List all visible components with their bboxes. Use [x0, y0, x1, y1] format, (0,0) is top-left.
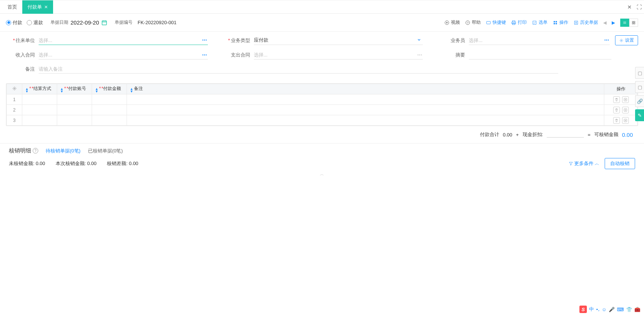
svg-rect-4	[487, 21, 491, 24]
view-grid-icon[interactable]	[629, 19, 638, 27]
shortcut-button[interactable]: 快捷键	[486, 19, 506, 26]
collapse-icon[interactable]: ︿	[9, 171, 635, 177]
cell-settle[interactable]	[22, 94, 57, 105]
history-button[interactable]: 历史单据	[573, 19, 598, 26]
col-settle[interactable]: ▲▼*结算方式	[22, 84, 57, 94]
print-button[interactable]: 打印	[511, 19, 527, 26]
row-number: 1	[7, 94, 22, 105]
help-button[interactable]: ?帮助	[465, 19, 481, 26]
header-bar: 付款 退款 单据日期 2022-09-20 单据编号 FK-20220920-0…	[0, 14, 644, 32]
delete-icon[interactable]	[613, 107, 620, 113]
party-input[interactable]	[39, 38, 208, 43]
cell-account[interactable]	[57, 105, 92, 115]
ime-skin-icon[interactable]: 👕	[626, 307, 632, 312]
income-contract-input[interactable]	[39, 52, 208, 58]
date-value[interactable]: 2022-09-20	[71, 19, 99, 26]
row-number: 3	[7, 115, 22, 126]
summary-input[interactable]	[469, 52, 611, 58]
plus-sign: +	[516, 132, 519, 138]
tab-payment[interactable]: 付款单 ✕	[22, 0, 53, 14]
settings-button[interactable]: 设置	[615, 35, 638, 45]
cell-amount[interactable]	[92, 115, 127, 126]
next-icon[interactable]: ▶	[612, 20, 615, 25]
ime-logo[interactable]: S	[579, 306, 587, 313]
svg-point-19	[14, 88, 15, 89]
expense-contract-label: 支出合同	[221, 52, 250, 58]
ime-mic-icon[interactable]: 🎤	[609, 307, 615, 312]
cell-account[interactable]	[57, 115, 92, 126]
doc-no-value: FK-20220920-001	[138, 20, 177, 25]
svg-rect-11	[554, 23, 555, 24]
pay-refund-radio-group: 付款 退款	[6, 19, 43, 26]
rail-btn-active[interactable]: ✎	[635, 109, 644, 121]
view-list-icon[interactable]	[620, 19, 629, 27]
doc-no-label: 单据编号	[115, 19, 133, 26]
rail-btn-2[interactable]: ▢	[635, 81, 644, 93]
summary-row: 付款合计 0.00 + 现金折扣: = 可核销金额 0.00	[0, 126, 644, 143]
tab-pending[interactable]: 待核销单据(0笔)	[46, 148, 81, 154]
ops-button[interactable]: 操作	[553, 19, 568, 26]
calendar-icon[interactable]	[101, 20, 107, 26]
salesman-input[interactable]	[469, 38, 610, 43]
video-button[interactable]: 视频	[444, 19, 460, 26]
cell-remark[interactable]	[127, 105, 604, 115]
help-icon[interactable]: ?	[33, 148, 38, 154]
payment-table: ▲▼*结算方式 ▲▼*付款账号 ▲▼*付款金额 ▲▼备注 操作 123	[6, 83, 638, 126]
rail-attachment-icon[interactable]: 🔗	[635, 95, 644, 107]
delete-icon[interactable]	[613, 117, 620, 124]
add-row-icon[interactable]	[622, 107, 629, 113]
more-icon[interactable]: ···	[604, 37, 609, 43]
cell-amount[interactable]	[92, 94, 127, 105]
cell-amount[interactable]	[92, 105, 127, 115]
biztype-value[interactable]: 应付款	[254, 37, 268, 43]
tab-home[interactable]: 首页	[2, 0, 22, 14]
add-row-icon[interactable]	[622, 117, 629, 124]
close-icon[interactable]: ✕	[44, 4, 48, 10]
cell-ops	[604, 94, 638, 105]
salesman-label: 业务员	[436, 37, 465, 44]
more-filter-button[interactable]: 更多条件︿	[569, 160, 599, 167]
cell-remark[interactable]	[127, 115, 604, 126]
ime-toolbox-icon[interactable]: 🧰	[634, 307, 640, 312]
radio-refund[interactable]: 退款	[27, 19, 43, 26]
tab-done[interactable]: 已核销单据(0笔)	[88, 148, 123, 154]
more-icon[interactable]: ···	[202, 37, 207, 43]
ime-lang[interactable]: 中	[589, 306, 594, 313]
ime-emoji-icon[interactable]: ☺	[602, 307, 607, 312]
expense-contract-input[interactable]	[254, 52, 423, 58]
col-gear[interactable]	[7, 84, 22, 94]
delete-icon[interactable]	[613, 96, 620, 103]
stat-thiswriteoff: 本次核销金额: 0.00	[56, 160, 97, 167]
cell-settle[interactable]	[22, 115, 57, 126]
table-row[interactable]: 1	[7, 94, 638, 105]
ime-keyboard-icon[interactable]: ⌨	[617, 307, 624, 312]
col-amount[interactable]: ▲▼*付款金额	[92, 84, 127, 94]
table-row[interactable]: 2	[7, 105, 638, 115]
window-expand-icon[interactable]: ⛶	[636, 4, 643, 10]
more-icon[interactable]: ···	[202, 52, 207, 58]
ime-punct-icon[interactable]: •،	[596, 307, 599, 312]
col-remark[interactable]: ▲▼备注	[127, 84, 604, 94]
window-close-icon[interactable]: ✕	[626, 4, 633, 10]
svg-text:?: ?	[467, 21, 469, 24]
prev-icon[interactable]: ◀	[603, 20, 607, 25]
svg-rect-9	[554, 21, 555, 22]
detail-title: 核销明细?	[9, 147, 38, 154]
auto-writeoff-button[interactable]: 自动核销	[605, 158, 635, 169]
table-row[interactable]: 3	[7, 115, 638, 126]
cell-settle[interactable]	[22, 105, 57, 115]
rail-btn-1[interactable]: ▢	[635, 67, 644, 79]
add-row-icon[interactable]	[622, 96, 629, 103]
remark-label: 备注	[6, 66, 35, 72]
tabs-bar: 首页 付款单 ✕ ✕ ⛶	[0, 0, 644, 14]
radio-pay[interactable]: 付款	[6, 19, 22, 26]
svg-point-18	[621, 40, 622, 41]
select-button[interactable]: 选单	[532, 19, 547, 26]
more-icon[interactable]: ···	[417, 52, 422, 58]
col-account[interactable]: ▲▼*付款账号	[57, 84, 92, 94]
cell-account[interactable]	[57, 94, 92, 105]
discount-input[interactable]	[547, 132, 584, 138]
cell-remark[interactable]	[127, 94, 604, 105]
remark-input[interactable]	[39, 66, 558, 72]
chevron-down-icon[interactable]	[417, 38, 421, 43]
